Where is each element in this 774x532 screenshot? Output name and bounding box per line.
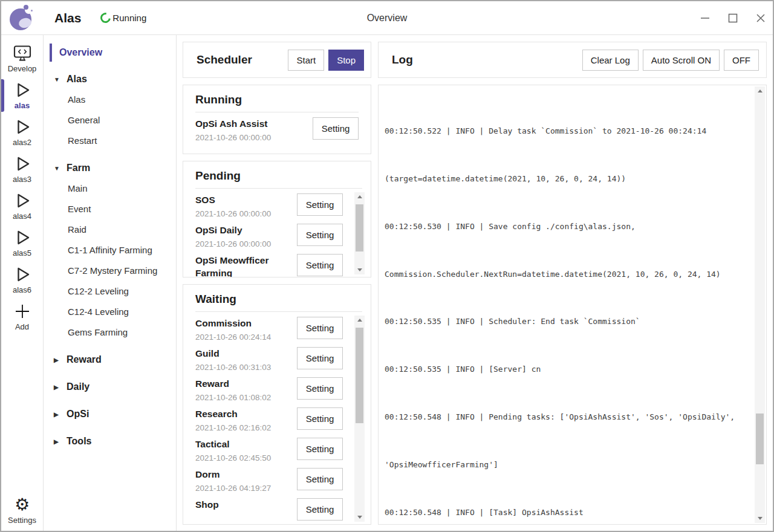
setting-button[interactable]: Setting: [297, 347, 343, 369]
task-row: SOS 2021-10-26 00:00:00 Setting: [195, 190, 343, 220]
divider: [195, 311, 362, 312]
waiting-panel: Waiting Commission 2021-10-26 00:24:14 S…: [183, 284, 371, 525]
log-buttons: Clear Log Auto Scroll ON OFF: [582, 50, 759, 71]
stop-button[interactable]: Stop: [328, 50, 364, 71]
scrollbar-thumb[interactable]: [756, 414, 764, 464]
sidebar-group: ▼ Alas Alas General Restart: [44, 70, 176, 151]
section-arrow-icon: ▶: [54, 357, 61, 363]
rail-item-instance[interactable]: alas6: [1, 262, 43, 298]
divider: [195, 188, 362, 189]
sidebar-item[interactable]: General: [44, 109, 176, 130]
rail-item-instance[interactable]: alas: [1, 77, 43, 114]
section-label: Reward: [67, 354, 102, 365]
section-label: Alas: [67, 74, 87, 85]
setting-button[interactable]: Setting: [297, 224, 343, 246]
scrollbar-up-arrow[interactable]: [755, 86, 765, 96]
develop-icon: [13, 44, 32, 63]
log-line: Commission.Scheduler.NextRun=datetime.da…: [385, 268, 746, 281]
auto-scroll-off-button[interactable]: OFF: [724, 50, 759, 71]
section-label: Farm: [67, 163, 90, 174]
rail-item-label: alas4: [13, 212, 31, 221]
rail-item-develop[interactable]: Develop: [1, 41, 43, 77]
task-name: Commission: [195, 317, 291, 329]
section-label: Daily: [67, 381, 89, 392]
rail-item-instance[interactable]: alas3: [1, 151, 43, 187]
section-label: Tools: [67, 436, 91, 447]
log-output: 00:12:50.522 | INFO | Delay task `Commis…: [385, 89, 746, 525]
rail-item-label: alas5: [13, 248, 31, 258]
sidebar-item[interactable]: Raid: [44, 219, 176, 239]
setting-button[interactable]: Setting: [313, 117, 359, 140]
task-info: Tactical 2021-10-26 02:45:50: [195, 438, 297, 462]
clear-log-button[interactable]: Clear Log: [582, 50, 639, 71]
task-row: Tactical 2021-10-26 02:45:50 Setting: [195, 434, 343, 464]
log-line: 00:12:50.530 | INFO | Save config ./conf…: [385, 221, 746, 233]
setting-button[interactable]: Setting: [297, 193, 343, 216]
maximize-button[interactable]: [727, 12, 739, 24]
sidebar-group: ▼ Farm Main Event Raid C1-1 Affinity Far…: [44, 158, 176, 342]
sidebar-section-header[interactable]: ▼ Farm: [44, 158, 176, 178]
setting-button[interactable]: Setting: [297, 407, 343, 430]
setting-button[interactable]: Setting: [297, 498, 343, 521]
waiting-header: Waiting: [183, 293, 371, 306]
task-name: OpSi Daily: [195, 224, 291, 236]
scrollbar-down-arrow[interactable]: [354, 265, 365, 274]
sidebar-item[interactable]: C7-2 Mystery Farming: [44, 260, 176, 281]
scrollbar-down-arrow[interactable]: [354, 513, 365, 522]
setting-button[interactable]: Setting: [297, 317, 343, 339]
play-icon: [12, 265, 33, 284]
sidebar-section-header[interactable]: ▶ OpSi: [44, 404, 176, 424]
window-controls: [699, 1, 767, 34]
sidebar-group: ▶ Tools: [44, 432, 176, 451]
sidebar-item[interactable]: Gems Farming: [44, 322, 176, 342]
rail-item-settings[interactable]: ⚙ Settings: [1, 492, 43, 528]
close-button[interactable]: [755, 12, 767, 24]
sidebar-item[interactable]: Event: [44, 198, 176, 219]
task-time: 2021-10-26 00:00:00: [195, 239, 291, 248]
sidebar-item[interactable]: Alas: [44, 89, 176, 109]
sidebar-section-header[interactable]: ▼ Alas: [44, 70, 176, 89]
scrollbar-thumb[interactable]: [356, 328, 363, 423]
rail-item-instance[interactable]: alas4: [1, 188, 43, 224]
task-name: Shop: [195, 498, 291, 511]
rail-item-label: Develop: [8, 64, 37, 73]
start-button[interactable]: Start: [288, 50, 324, 71]
minimize-button[interactable]: [699, 12, 711, 24]
task-row: Guild 2021-10-26 00:31:03 Setting: [195, 343, 343, 374]
setting-button[interactable]: Setting: [297, 377, 343, 400]
sidebar-section-header[interactable]: ▶ Reward: [44, 350, 176, 369]
task-name: Dorm: [195, 468, 291, 481]
log-title: Log: [392, 53, 413, 66]
auto-scroll-on-button[interactable]: Auto Scroll ON: [643, 50, 720, 71]
play-icon: [12, 191, 33, 210]
sidebar-item[interactable]: C12-2 Leveling: [44, 281, 176, 301]
scrollbar-up-arrow[interactable]: [354, 192, 365, 201]
setting-button[interactable]: Setting: [297, 254, 343, 276]
task-time: 2021-10-26 00:24:14: [195, 332, 291, 342]
rail-item-instance[interactable]: alas5: [1, 225, 43, 261]
task-info: OpSi Ash Assist 2021-10-26 00:00:00: [195, 117, 313, 142]
log-panel: 00:12:50.522 | INFO | Delay task `Commis…: [378, 85, 767, 525]
rail-item-add[interactable]: Add: [1, 299, 43, 335]
sidebar-item[interactable]: Main: [44, 178, 176, 198]
task-row: OpSi Daily 2021-10-26 00:00:00 Setting: [195, 220, 343, 250]
sidebar-section-header[interactable]: ▶ Tools: [44, 432, 176, 451]
rail-item-instance[interactable]: alas2: [1, 114, 43, 151]
task-name: Guild: [195, 347, 291, 360]
scrollbar-down-arrow[interactable]: [755, 514, 765, 523]
sidebar-item[interactable]: C1-1 Affinity Farming: [44, 239, 176, 260]
scrollbar-up-arrow[interactable]: [354, 316, 365, 325]
sidebar-item[interactable]: C12-4 Leveling: [44, 301, 176, 322]
sidebar-item[interactable]: Restart: [44, 130, 176, 151]
setting-button[interactable]: Setting: [297, 438, 343, 460]
log-scrollbar[interactable]: [755, 86, 765, 523]
task-info: Commission 2021-10-26 00:24:14: [195, 317, 297, 342]
sidebar-section-header[interactable]: ▶ Daily: [44, 377, 176, 397]
waiting-scrollbar[interactable]: [354, 316, 365, 522]
pending-scrollbar[interactable]: [354, 192, 365, 274]
sidebar-item-overview[interactable]: Overview: [50, 44, 176, 62]
titlebar: Alas Running Overview: [1, 1, 773, 35]
pending-title: Pending: [195, 169, 359, 183]
scrollbar-thumb[interactable]: [356, 204, 363, 251]
setting-button[interactable]: Setting: [297, 468, 343, 490]
